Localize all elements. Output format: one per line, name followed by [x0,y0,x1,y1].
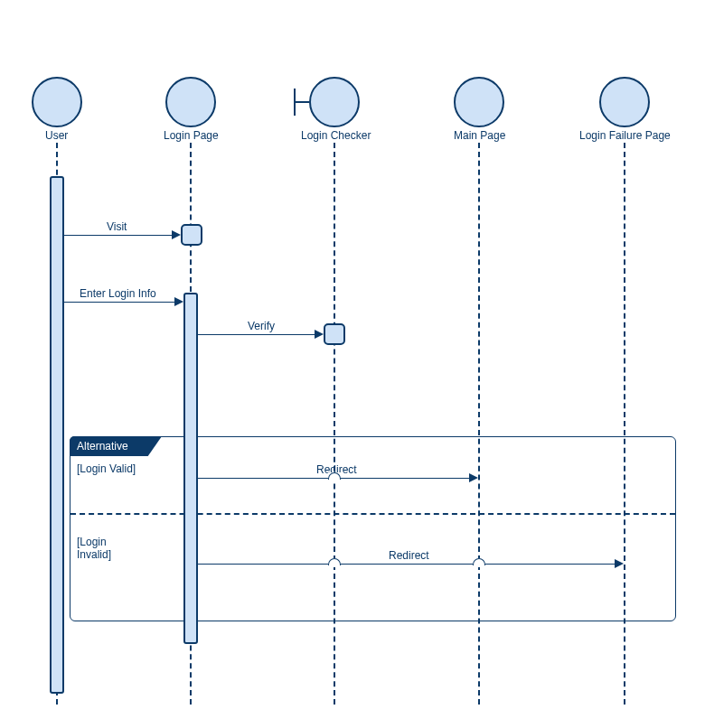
msg-verify-line [198,334,315,335]
login-checker-boundary-horizontal [294,101,309,103]
msg-redirect2-jump1 [328,558,341,565]
actor-main-page-label: Main Page [454,129,505,142]
msg-enter-login-label: Enter Login Info [80,287,156,300]
msg-verify-label: Verify [248,320,275,332]
actor-user-label: User [45,129,68,142]
actor-login-failure-head [599,77,650,127]
sequence-diagram: User Login Page Login Checker Main Page … [0,0,705,728]
msg-enter-login-arrow [174,297,183,306]
actor-user-head [32,77,82,127]
guard-login-invalid: [Login Invalid] [77,536,131,561]
guard-login-valid: [Login Valid] [77,462,136,475]
actor-login-page-label: Login Page [164,129,219,142]
actor-login-page-head [165,77,216,127]
alt-divider [70,513,675,515]
msg-visit-arrow [172,230,181,239]
exec-login-page-visit [181,224,202,246]
msg-enter-login-line [64,302,175,303]
activation-user-overlay [50,432,64,626]
alt-header: Alternative [70,436,162,456]
msg-verify-arrow [315,330,324,339]
actor-login-checker-label: Login Checker [301,129,371,142]
actor-login-checker-head [309,77,360,127]
msg-redirect2-label: Redirect [389,549,429,562]
alt-title: Alternative [77,440,128,453]
msg-redirect1-arrow [469,473,478,482]
msg-redirect2-arrow [615,559,624,568]
exec-login-checker-verify [324,323,345,345]
msg-visit-line [64,235,173,236]
msg-redirect2-jump2 [473,558,485,565]
actor-main-page-head [454,77,504,127]
msg-redirect1-jump [328,472,341,480]
msg-visit-label: Visit [107,220,127,233]
actor-login-failure-label: Login Failure Page [579,129,671,142]
alt-frame [70,436,676,621]
activation-login-page-overlay [183,432,198,626]
msg-redirect2-line [198,564,616,565]
